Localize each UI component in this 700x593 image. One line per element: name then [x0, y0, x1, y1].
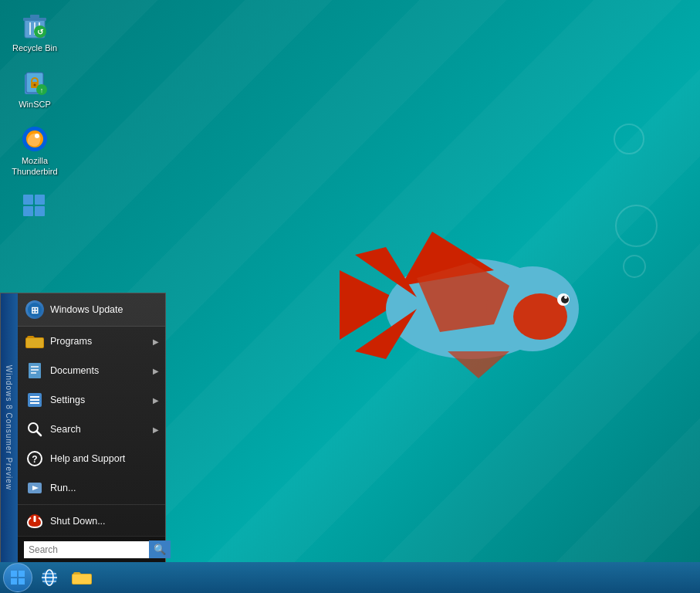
svg-point-11 — [34, 84, 36, 86]
svg-text:↑: ↑ — [40, 86, 44, 94]
menu-item-settings[interactable]: Settings ▶ — [18, 385, 165, 415]
svg-rect-18 — [35, 195, 45, 205]
help-icon: ? — [25, 449, 44, 468]
windows-update-label: Windows Update — [50, 304, 123, 315]
taskbar — [0, 562, 700, 593]
thunderbird-image — [19, 124, 50, 154]
documents-label: Documents — [50, 365, 99, 376]
settings-arrow: ▶ — [153, 396, 159, 405]
shutdown-label: Shut Down... — [50, 516, 106, 527]
run-icon — [25, 479, 44, 497]
start-search-input[interactable] — [24, 541, 149, 558]
programs-icon — [25, 332, 44, 351]
programs-arrow: ▶ — [153, 337, 159, 346]
explorer-button[interactable] — [66, 564, 97, 591]
start-search-button[interactable]: 🔍 — [149, 540, 171, 558]
svg-rect-36 — [29, 363, 41, 378]
svg-rect-17 — [23, 195, 33, 205]
svg-text:↺: ↺ — [37, 28, 44, 36]
menu-item-shutdown[interactable]: Shut Down... — [18, 507, 165, 536]
start-menu-items: ⊞ Windows Update Programs ▶ — [18, 293, 165, 536]
grid-app-icon[interactable] — [8, 188, 62, 226]
menu-item-documents[interactable]: Documents ▶ — [18, 356, 165, 385]
settings-icon — [25, 391, 44, 409]
menu-item-search[interactable]: Search ▶ — [18, 415, 165, 444]
thunderbird-label: Mozilla Thunderbird — [12, 156, 57, 176]
menu-item-windows-update[interactable]: ⊞ Windows Update — [18, 293, 165, 327]
search-icon — [25, 420, 44, 439]
programs-label: Programs — [50, 336, 92, 347]
svg-rect-53 — [19, 571, 25, 577]
bg-circle-2 — [615, 205, 658, 247]
desktop: ↺ Recycle Bin ↑ WinSCP — [0, 0, 700, 593]
winscp-label: WinSCP — [19, 100, 51, 110]
svg-rect-51 — [34, 516, 36, 522]
documents-arrow: ▶ — [153, 367, 159, 375]
svg-point-31 — [564, 296, 567, 299]
menu-item-programs[interactable]: Programs ▶ — [18, 327, 165, 356]
fish-decoration — [340, 208, 617, 405]
svg-rect-20 — [35, 206, 45, 216]
svg-rect-35 — [26, 338, 43, 347]
recycle-bin-icon[interactable]: ↺ Recycle Bin — [8, 8, 62, 56]
winscp-icon[interactable]: ↑ WinSCP — [8, 64, 62, 113]
svg-rect-19 — [23, 206, 33, 216]
svg-rect-2 — [30, 15, 39, 18]
start-button[interactable] — [3, 563, 32, 592]
bg-circle-3 — [623, 255, 646, 278]
recycle-bin-label: Recycle Bin — [12, 43, 57, 53]
documents-icon — [25, 361, 44, 380]
start-menu: Windows 8 Consumer Preview ⊞ Windows Upd… — [0, 293, 166, 562]
shutdown-icon — [25, 512, 44, 530]
svg-text:?: ? — [32, 454, 37, 465]
svg-marker-32 — [448, 351, 509, 378]
svg-text:⊞: ⊞ — [31, 305, 39, 316]
run-label: Run... — [50, 483, 76, 493]
winscp-image: ↑ — [19, 67, 50, 98]
menu-item-help[interactable]: ? Help and Support — [18, 444, 165, 473]
start-menu-search: 🔍 — [18, 536, 165, 562]
svg-point-16 — [35, 134, 39, 138]
start-menu-header: Windows 8 Consumer Preview — [1, 293, 18, 562]
svg-rect-61 — [73, 574, 91, 584]
svg-rect-55 — [19, 578, 25, 585]
thunderbird-icon[interactable]: Mozilla Thunderbird — [8, 120, 62, 179]
svg-rect-54 — [11, 578, 17, 585]
search-arrow: ▶ — [153, 425, 159, 434]
menu-separator — [18, 504, 165, 505]
recycle-bin-image: ↺ — [19, 11, 50, 42]
start-menu-title: Windows 8 Consumer Preview — [5, 365, 14, 490]
help-label: Help and Support — [50, 453, 125, 464]
windows-update-icon: ⊞ — [25, 300, 44, 319]
svg-rect-1 — [23, 18, 46, 21]
ie-button[interactable] — [34, 564, 65, 591]
search-label: Search — [50, 424, 81, 435]
svg-line-45 — [37, 432, 42, 436]
menu-item-run[interactable]: Run... — [18, 473, 165, 503]
bg-circle-1 — [614, 124, 644, 154]
svg-rect-52 — [11, 571, 17, 577]
grid-app-image — [19, 191, 50, 222]
desktop-icons: ↺ Recycle Bin ↑ WinSCP — [8, 8, 62, 226]
settings-label: Settings — [50, 395, 85, 405]
